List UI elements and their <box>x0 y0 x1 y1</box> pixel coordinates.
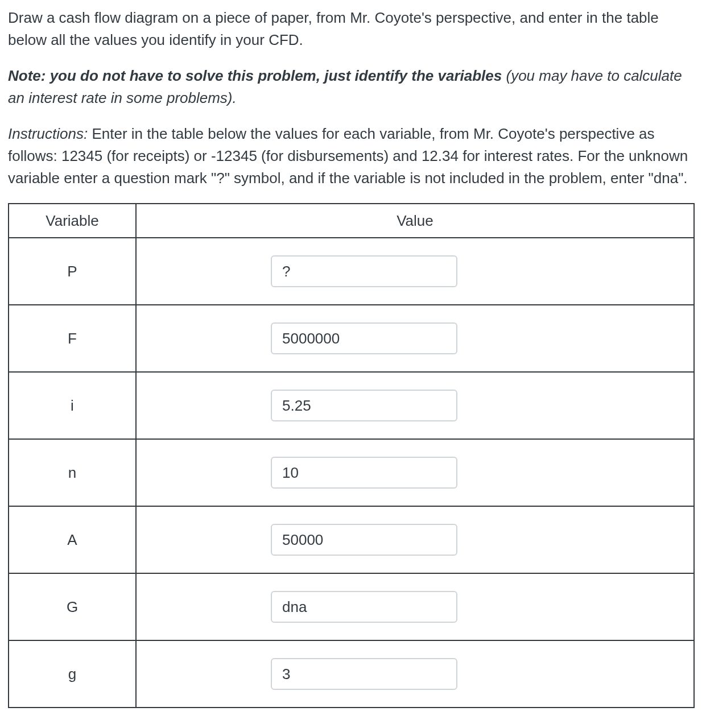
instructions-label: Instructions: <box>8 125 88 142</box>
table-row: g <box>9 640 694 708</box>
header-variable: Variable <box>9 204 136 238</box>
value-input-A[interactable] <box>271 524 457 556</box>
note-bold: Note: you do not have to solve this prob… <box>8 67 502 84</box>
variable-label-n: n <box>9 439 136 506</box>
table-header-row: Variable Value <box>9 204 694 238</box>
table-row: A <box>9 506 694 573</box>
value-input-g[interactable] <box>271 658 457 690</box>
variable-label-i: i <box>9 372 136 439</box>
variable-label-g: g <box>9 640 136 708</box>
variables-table: Variable Value P F i n <box>8 203 695 708</box>
table-row: P <box>9 238 694 305</box>
value-cell-g <box>136 640 694 708</box>
variable-label-P: P <box>9 238 136 305</box>
value-cell-G <box>136 573 694 640</box>
variable-label-A: A <box>9 506 136 573</box>
value-input-i[interactable] <box>271 390 457 421</box>
variable-label-F: F <box>9 305 136 372</box>
value-cell-i <box>136 372 694 439</box>
note-paragraph: Note: you do not have to solve this prob… <box>8 65 695 109</box>
table-row: F <box>9 305 694 372</box>
value-cell-P <box>136 238 694 305</box>
value-input-F[interactable] <box>271 322 457 354</box>
instructions-paragraph: Instructions: Enter in the table below t… <box>8 123 695 189</box>
intro-paragraph: Draw a cash flow diagram on a piece of p… <box>8 7 695 51</box>
value-cell-A <box>136 506 694 573</box>
header-value: Value <box>136 204 694 238</box>
value-cell-F <box>136 305 694 372</box>
value-input-n[interactable] <box>271 457 457 489</box>
table-row: G <box>9 573 694 640</box>
table-row: n <box>9 439 694 506</box>
value-cell-n <box>136 439 694 506</box>
table-row: i <box>9 372 694 439</box>
variable-label-G: G <box>9 573 136 640</box>
value-input-P[interactable] <box>271 255 457 287</box>
value-input-G[interactable] <box>271 591 457 623</box>
instructions-body: Enter in the table below the values for … <box>8 125 688 187</box>
